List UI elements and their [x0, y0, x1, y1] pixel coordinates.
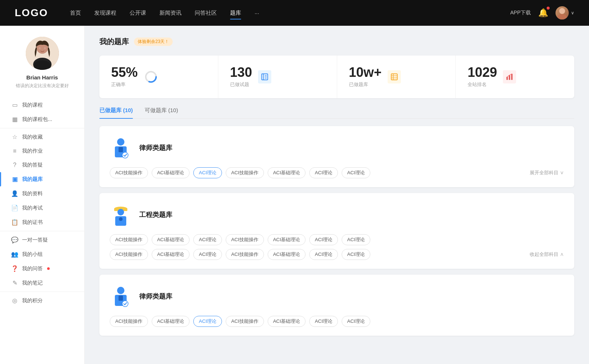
sidebar-item-qa[interactable]: ? 我的答疑 [0, 158, 84, 172]
svg-point-10 [148, 74, 154, 80]
bell-icon: 🔔 [538, 8, 548, 17]
svg-point-32 [117, 287, 124, 294]
nav-more[interactable]: ··· [254, 10, 259, 16]
collapse-link-engineer[interactable]: 收起全部科目 ∧ [530, 251, 564, 258]
svg-point-6 [44, 47, 46, 49]
tag-lawyer-1-5[interactable]: ACI理论 [309, 167, 338, 178]
stat-done-questions-label: 已做试题 [230, 81, 252, 88]
donut-chart-icon [144, 70, 158, 83]
tag-lawyer2-1[interactable]: ACI基础理论 [152, 316, 190, 327]
tag-lawyer2-3[interactable]: ACI技能操作 [226, 316, 264, 327]
nav-discover[interactable]: 发现课程 [94, 10, 116, 17]
logo: LOGO [15, 7, 48, 19]
stat-done-questions-value: 130 [230, 66, 252, 79]
tag-lawyer2-6[interactable]: ACI理论 [342, 316, 370, 327]
nav-menu: 首页 发现课程 公开课 新闻资讯 问答社区 题库 ··· [70, 10, 510, 17]
tag-lawyer-1-3[interactable]: ACI技能操作 [226, 167, 264, 178]
divider-3 [0, 292, 84, 292]
tag-eng2-2[interactable]: ACI理论 [193, 249, 222, 260]
chevron-down-icon: ∨ [571, 10, 574, 15]
nav-news[interactable]: 新闻资讯 [159, 10, 181, 17]
qa-icon: ? [11, 162, 18, 168]
tag-lawyer-1-1[interactable]: ACI基础理论 [152, 167, 190, 178]
notification-bell[interactable]: 🔔 [538, 8, 548, 18]
svg-point-23 [117, 138, 124, 146]
tag-eng-3[interactable]: ACI技能操作 [226, 234, 264, 245]
stats-row: 55% 正确率 130 已做试题 [99, 56, 574, 98]
qbank-title-engineer: 工程类题库 [139, 210, 172, 219]
sidebar-item-profile[interactable]: 👤 我的资料 [0, 186, 84, 201]
sidebar-item-answers[interactable]: ❓ 我的问答 [0, 261, 84, 276]
tag-lawyer-1-6[interactable]: ACI理论 [342, 167, 370, 178]
tag-lawyer2-0[interactable]: ACI技能操作 [110, 316, 148, 327]
tags-row-engineer-1: ACI技能操作 ACI基础理论 ACI理论 ACI技能操作 ACI基础理论 AC… [110, 234, 564, 245]
sidebar-item-homework[interactable]: ≡ 我的作业 [0, 144, 84, 158]
sidebar-item-course-pack[interactable]: ▦ 我的课程包... [0, 112, 84, 126]
stat-correct-rate: 55% 正确率 [99, 56, 218, 98]
tag-lawyer2-5[interactable]: ACI理论 [309, 316, 338, 327]
notification-dot [547, 7, 550, 10]
sidebar-item-course[interactable]: ▭ 我的课程 [0, 98, 84, 112]
sidebar-exam-label: 我的考试 [22, 205, 43, 211]
tag-eng2-3[interactable]: ACI技能操作 [226, 249, 264, 260]
book-svg [261, 73, 269, 81]
tag-eng2-6[interactable]: ACI理论 [342, 249, 370, 260]
app-download-link[interactable]: APP下载 [510, 10, 531, 16]
lawyer-icon [110, 135, 132, 161]
nav-home[interactable]: 首页 [70, 10, 81, 17]
tag-eng-6[interactable]: ACI理论 [342, 234, 370, 245]
tag-eng2-1[interactable]: ACI基础理论 [152, 249, 190, 260]
tag-eng-1[interactable]: ACI基础理论 [152, 234, 190, 245]
tag-lawyer2-2[interactable]: ACI理论 [193, 316, 222, 327]
sidebar-item-one-on-one[interactable]: 💬 一对一答疑 [0, 233, 84, 247]
tag-lawyer-1-0[interactable]: ACI技能操作 [110, 167, 148, 178]
tag-eng-0[interactable]: ACI技能操作 [110, 234, 148, 245]
stat-rank-label: 全站排名 [468, 81, 497, 88]
profile-icon: 👤 [11, 190, 18, 197]
sidebar-item-certificate[interactable]: 📋 我的证书 [0, 215, 84, 229]
sidebar-points-label: 我的积分 [22, 297, 43, 304]
chart-svg [505, 73, 514, 81]
page-title: 我的题库 [99, 37, 129, 47]
tag-eng-4[interactable]: ACI基础理论 [268, 234, 306, 245]
user-avatar-menu[interactable]: ∨ [556, 6, 574, 19]
sidebar-favorites-label: 我的收藏 [22, 134, 43, 140]
tab-done-banks[interactable]: 已做题库 (10) [99, 107, 133, 118]
book-icon [258, 70, 271, 83]
question-bank-icon: ▣ [11, 176, 18, 183]
sidebar-item-favorites[interactable]: ☆ 我的收藏 [0, 130, 84, 144]
main-content: 我的题库 体验剩余23天！ 55% 正确率 [85, 26, 589, 364]
qbank-title-lawyer-2: 律师类题库 [139, 292, 172, 301]
tag-lawyer-1-4[interactable]: ACI基础理论 [268, 167, 306, 178]
expand-link-lawyer-1[interactable]: 展开全部科目 ∨ [530, 169, 564, 176]
tab-available-banks[interactable]: 可做题库 (10) [145, 107, 178, 118]
tag-eng2-4[interactable]: ACI基础理论 [268, 249, 306, 260]
qbank-card-lawyer-2: 律师类题库 ACI技能操作 ACI基础理论 ACI理论 ACI技能操作 ACI基… [99, 275, 574, 336]
tag-lawyer-1-2[interactable]: ACI理论 [193, 167, 222, 178]
sidebar-item-question-bank[interactable]: ▣ 我的题库 [0, 172, 84, 186]
sidebar-item-points[interactable]: ◎ 我的积分 [0, 293, 84, 308]
tag-lawyer2-4[interactable]: ACI基础理论 [268, 316, 306, 327]
tags-row-lawyer-1: ACI技能操作 ACI基础理论 ACI理论 ACI技能操作 ACI基础理论 AC… [110, 167, 564, 178]
correct-rate-icon-wrap [144, 69, 158, 84]
svg-rect-16 [391, 74, 397, 80]
nav-question-bank[interactable]: 题库 [230, 10, 241, 17]
nav-open-course[interactable]: 公开课 [130, 10, 146, 17]
sidebar-item-exam[interactable]: 📄 我的考试 [0, 201, 84, 215]
stat-rank: 1029 全站排名 [456, 56, 574, 98]
exam-icon: 📄 [11, 204, 18, 211]
nav-qa[interactable]: 问答社区 [195, 10, 217, 17]
answers-dot [47, 267, 50, 270]
tag-eng-5[interactable]: ACI理论 [309, 234, 338, 245]
group-icon: 👥 [11, 251, 18, 258]
rank-chart-icon [503, 70, 516, 83]
tag-eng-2[interactable]: ACI理论 [193, 234, 222, 245]
tag-eng2-5[interactable]: ACI理论 [309, 249, 338, 260]
sidebar-item-notes[interactable]: ✎ 我的笔记 [0, 276, 84, 290]
course-icon: ▭ [11, 101, 18, 108]
course-pack-icon: ▦ [11, 116, 18, 123]
svg-rect-21 [509, 75, 511, 80]
tag-eng2-0[interactable]: ACI技能操作 [110, 249, 148, 260]
sidebar-item-group[interactable]: 👥 我的小组 [0, 247, 84, 261]
engineer-svg [110, 203, 131, 227]
